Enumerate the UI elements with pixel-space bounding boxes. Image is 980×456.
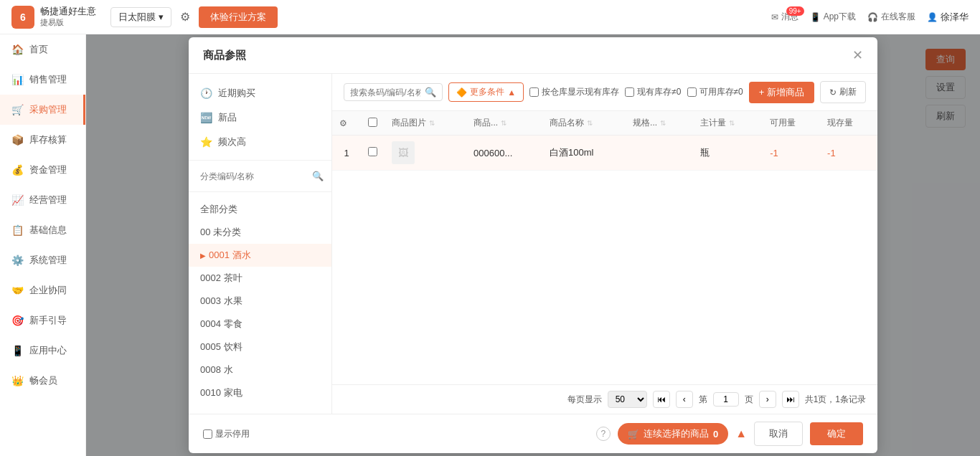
product-search-input[interactable] [350, 87, 420, 98]
cart-button[interactable]: 🛒 连续选择的商品 0 [618, 423, 728, 445]
checkbox-warehouse[interactable]: 按仓库显示现有库存 [529, 86, 619, 98]
sidebar-item-sales[interactable]: 📊 销售管理 [0, 65, 85, 95]
select-all-checkbox[interactable] [368, 118, 377, 127]
modal-title: 商品参照 [203, 49, 246, 62]
page-label: 第 [699, 394, 707, 406]
confirm-button[interactable]: 确定 [810, 422, 863, 445]
sort-icon-unit: ⇅ [729, 119, 735, 127]
add-product-button[interactable]: + 新增商品 [749, 82, 814, 103]
last-page-button[interactable]: ⏭ [782, 391, 799, 408]
modal-left-panel: 🕐 近期购买 🆕 新品 ⭐ 频次高 [189, 74, 332, 414]
app-download-label: App下载 [824, 11, 856, 23]
member-icon: 👑 [11, 375, 24, 386]
product-table-area: ⚙ 商品图片 ⇅ [332, 111, 877, 384]
show-disabled-checkbox[interactable] [203, 429, 212, 439]
sidebar-item-member[interactable]: 👑 畅会员 [0, 366, 85, 396]
search-icon[interactable]: 🔍 [312, 171, 324, 181]
online-service-item[interactable]: 🎧 在线客服 [867, 11, 915, 23]
sidebar-item-apps[interactable]: 📱 应用中心 [0, 336, 85, 366]
app-download-item[interactable]: 📱 App下载 [810, 11, 856, 23]
cat-fruit-label: 0003 水果 [200, 295, 242, 308]
page-number-input[interactable] [713, 392, 739, 407]
sidebar-item-inventory[interactable]: 📦 库存核算 [0, 125, 85, 155]
selector-label: 日太阳膜 [118, 11, 156, 24]
checkbox-warehouse-input[interactable] [529, 87, 539, 97]
cat-snack-label: 0004 零食 [200, 318, 242, 331]
sidebar-item-purchase[interactable]: 🛒 采购管理 [0, 95, 85, 125]
cat-drinks[interactable]: 0005 饮料 [189, 336, 331, 358]
next-page-button[interactable]: › [759, 391, 776, 408]
cancel-button[interactable]: 取消 [754, 422, 803, 446]
table-row[interactable]: 1 🖼 000600... 白酒100ml [332, 136, 877, 171]
messages-item[interactable]: ✉ 消息 99+ [771, 11, 798, 23]
checkbox-available[interactable]: 可用库存≠0 [687, 86, 743, 98]
user-item[interactable]: 👤 徐泽华 [927, 11, 969, 24]
help-icon[interactable]: ? [596, 427, 611, 441]
row-checkbox[interactable] [368, 147, 377, 156]
product-table: ⚙ 商品图片 ⇅ [332, 111, 877, 171]
modal-close-button[interactable]: ✕ [852, 47, 863, 63]
cat-unclassified-label: 00 未分类 [200, 226, 241, 239]
show-disabled-label[interactable]: 显示停用 [203, 428, 250, 440]
checkbox-stock[interactable]: 现有库存≠0 [625, 86, 681, 98]
collapse-up-icon[interactable]: ▲ [735, 427, 747, 440]
recent-purchase-label: 近期购买 [218, 87, 255, 100]
sidebar-item-collab[interactable]: 🤝 企业协同 [0, 275, 85, 305]
modal-overlay: 商品参照 ✕ 🕐 近期购买 🆕 新品 [86, 34, 980, 456]
modal-right-panel: 🔍 🔶 更多条件 ▲ 按仓库显示现有库存 [332, 74, 877, 414]
cat-appliance[interactable]: 0010 家电 [189, 381, 331, 404]
message-icon: ✉ [771, 12, 778, 22]
sidebar-item-guide[interactable]: 🎯 新手引导 [0, 305, 85, 336]
cat-snack[interactable]: 0004 零食 [189, 313, 331, 336]
cat-liquor[interactable]: ▶ 0001 酒水 [189, 244, 331, 267]
new-product-item[interactable]: 🆕 新品 [189, 105, 331, 130]
category-search-input[interactable] [200, 171, 308, 181]
filter-button[interactable]: 🔶 更多条件 ▲ [448, 82, 524, 102]
gear-button[interactable]: ⚙ [180, 10, 190, 24]
sidebar-label-basic-info: 基础信息 [29, 224, 67, 237]
inventory-icon: 📦 [11, 134, 24, 146]
cat-fruit[interactable]: 0003 水果 [189, 290, 331, 313]
star-icon: ⭐ [200, 136, 212, 148]
sidebar-label-guide: 新手引导 [29, 314, 67, 327]
sidebar-item-home[interactable]: 🏠 首页 [0, 34, 85, 65]
system-icon: ⚙️ [11, 255, 24, 266]
row-index: 1 [332, 136, 361, 171]
sidebar-item-finance[interactable]: 💰 资金管理 [0, 155, 85, 185]
user-icon: 👤 [927, 12, 938, 22]
modal-header: 商品参照 ✕ [189, 37, 877, 74]
cat-unclassified[interactable]: 00 未分类 [189, 221, 331, 244]
checkbox-stock-input[interactable] [625, 87, 634, 97]
guide-icon: 🎯 [11, 315, 24, 326]
page-size-select[interactable]: 50 20 100 [608, 391, 647, 408]
modal-dialog: 商品参照 ✕ 🕐 近期购买 🆕 新品 [189, 37, 877, 453]
col-available: 可用量 [763, 111, 820, 136]
table-header-row: ⚙ 商品图片 ⇅ [332, 111, 877, 136]
sidebar-item-system[interactable]: ⚙️ 系统管理 [0, 245, 85, 275]
cat-all[interactable]: 全部分类 [189, 198, 331, 221]
sidebar-label-operations: 经营管理 [29, 194, 67, 206]
sidebar-label-inventory: 库存核算 [29, 133, 67, 146]
category-search-box: 🔍 [189, 166, 331, 186]
prev-page-button[interactable]: ‹ [676, 391, 693, 408]
refresh-table-button[interactable]: ↻ 刷新 [820, 81, 866, 103]
nav-selector[interactable]: 日太阳膜 ▾ [110, 7, 171, 27]
operations-icon: 📈 [11, 194, 24, 206]
cat-tea[interactable]: 0002 茶叶 [189, 267, 331, 290]
row-available: -1 [763, 136, 820, 171]
cat-water[interactable]: 0008 水 [189, 358, 331, 381]
first-page-button[interactable]: ⏮ [653, 391, 670, 408]
checkbox-available-input[interactable] [687, 87, 697, 97]
user-name: 徐泽华 [941, 11, 969, 24]
cat-tea-label: 0002 茶叶 [200, 272, 242, 285]
basic-info-icon: 📋 [11, 224, 24, 236]
apps-icon: 📱 [11, 345, 24, 356]
sidebar-item-basic-info[interactable]: 📋 基础信息 [0, 215, 85, 245]
row-stock: -1 [820, 136, 877, 171]
recent-purchase-item[interactable]: 🕐 近期购买 [189, 81, 331, 105]
frequent-item[interactable]: ⭐ 频次高 [189, 130, 331, 154]
trial-button[interactable]: 体验行业方案 [199, 6, 278, 28]
divider2 [189, 191, 331, 192]
sidebar-item-operations[interactable]: 📈 经营管理 [0, 185, 85, 215]
frequent-label: 频次高 [218, 136, 246, 148]
